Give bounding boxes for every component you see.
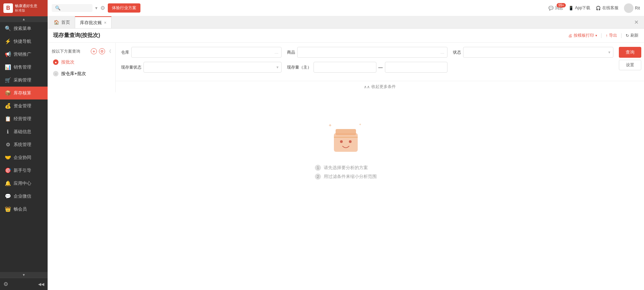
settings-scheme-icon[interactable]: ⚙ bbox=[99, 48, 105, 54]
qty-min-input[interactable] bbox=[313, 62, 376, 73]
experience-btn[interactable]: 体验行业方案 bbox=[108, 3, 140, 13]
phone-icon: 📱 bbox=[569, 6, 574, 11]
product-label: 商品 bbox=[287, 50, 295, 55]
sidebar-scroll-up[interactable]: ▲ bbox=[0, 16, 48, 22]
sidebar-item-member[interactable]: 👑 畅会员 bbox=[0, 203, 48, 216]
sidebar-item-wechat[interactable]: 💬 企业微信 bbox=[0, 190, 48, 203]
print-icon: 🖨 bbox=[568, 33, 572, 38]
scheme-title: 按以下方案查询 bbox=[52, 49, 80, 54]
add-scheme-icon[interactable]: + bbox=[91, 48, 97, 54]
inventory-status-select[interactable]: ▾ bbox=[143, 62, 282, 73]
sidebar-item-search[interactable]: 🔍 搜索菜单 bbox=[0, 22, 48, 35]
page-actions: 🖨 按模板打印 ▾ ↑ 导出 ↻ 刷新 bbox=[568, 33, 639, 38]
topbar-search-box[interactable]: 🔍 bbox=[52, 4, 92, 12]
topbar: 🔍 ▾ ⚙ 体验行业方案 💬 消息 99+ 📱 App下载 🎧 在线客服 bbox=[48, 0, 644, 16]
tab-close-main-icon[interactable]: ✕ bbox=[630, 19, 643, 25]
status-select[interactable]: ▾ bbox=[463, 47, 613, 58]
filter-status: 状态 ▾ bbox=[453, 47, 613, 58]
topbar-left: 🔍 ▾ ⚙ 体验行业方案 bbox=[52, 3, 546, 13]
tab-close-icon[interactable]: × bbox=[104, 20, 106, 25]
app-logo: B bbox=[3, 3, 13, 13]
query-btn[interactable]: 查询 bbox=[619, 47, 641, 58]
footer-toggle-icon[interactable]: ◀◀ bbox=[38, 282, 44, 287]
collapse-scheme-icon[interactable]: 《 bbox=[107, 49, 111, 54]
sidebar-item-guide[interactable]: 🎯 新手引导 bbox=[0, 164, 48, 177]
tab-home-label: 首页 bbox=[61, 19, 70, 25]
status-chevron-icon: ▾ bbox=[608, 50, 610, 55]
filter-product: 商品 … bbox=[287, 47, 447, 58]
headset-icon: 🎧 bbox=[596, 6, 601, 11]
export-btn[interactable]: ↑ 导出 bbox=[606, 33, 617, 38]
svg-rect-1 bbox=[336, 129, 356, 135]
sidebar-item-label: 库存核算 bbox=[14, 90, 31, 96]
footer-settings-icon[interactable]: ⚙ bbox=[3, 281, 8, 287]
clipboard-icon: 📋 bbox=[5, 116, 11, 122]
qty-max-input[interactable] bbox=[385, 62, 448, 73]
app-edition: 标准版 bbox=[15, 8, 37, 13]
sidebar-item-label: 畅会员 bbox=[14, 206, 27, 212]
filter-and-actions: 仓库 … 商品 … bbox=[116, 43, 644, 81]
sidebar-item-label: 新手引导 bbox=[14, 167, 31, 174]
sidebar-footer: ⚙ ◀◀ bbox=[0, 278, 48, 290]
scheme-item-warehouse-batch[interactable]: ○ 按仓库+批次 bbox=[48, 68, 115, 79]
main-area: 🔍 ▾ ⚙ 体验行业方案 💬 消息 99+ 📱 App下载 🎧 在线客服 bbox=[48, 0, 644, 290]
print-chevron-icon: ▾ bbox=[595, 34, 597, 37]
online-service-btn[interactable]: 🎧 在线客服 bbox=[596, 5, 618, 11]
app-download-btn[interactable]: 📱 App下载 bbox=[569, 5, 590, 11]
sidebar-item-sales[interactable]: 📊 销售管理 bbox=[0, 61, 48, 74]
topbar-chevron-icon[interactable]: ▾ bbox=[95, 5, 98, 11]
warehouse-input[interactable]: … bbox=[131, 47, 282, 58]
sidebar-item-label: 销售管理 bbox=[14, 64, 31, 70]
export-icon: ↑ bbox=[606, 33, 608, 38]
tab-inventory-batch[interactable]: 库存批次账 × bbox=[75, 16, 112, 28]
scheme-dot-active: ● bbox=[53, 59, 58, 65]
topbar-settings-icon[interactable]: ⚙ bbox=[100, 5, 105, 11]
sidebar-item-finance[interactable]: 💰 资金管理 bbox=[0, 99, 48, 112]
sidebar-item-label: 应用中心 bbox=[14, 180, 31, 186]
message-btn[interactable]: 💬 消息 99+ bbox=[548, 5, 563, 11]
filter-panel: 仓库 … 商品 … bbox=[116, 43, 619, 81]
user-avatar bbox=[624, 3, 633, 13]
sidebar-item-apps[interactable]: 🔔 应用中心 bbox=[0, 177, 48, 190]
inventory-status-label: 现存量状态 bbox=[121, 65, 141, 70]
collapse-btn[interactable]: ∧∧ 收起更多条件 bbox=[116, 81, 644, 92]
hint-text-2: 用过滤条件来缩小分析范围 bbox=[324, 174, 377, 180]
sidebar-item-system[interactable]: ⚙ 系统管理 bbox=[0, 138, 48, 151]
scheme-actions: + ⚙ 《 bbox=[91, 48, 111, 54]
status-label: 状态 bbox=[453, 50, 461, 55]
refresh-btn[interactable]: ↻ 刷新 bbox=[626, 33, 639, 38]
online-service-label: 在线客服 bbox=[602, 5, 618, 11]
scheme-header: 按以下方案查询 + ⚙ 《 bbox=[48, 46, 115, 56]
tabbar: 🏠 首页 库存批次账 × ✕ bbox=[48, 16, 644, 29]
refresh-icon: ↻ bbox=[626, 33, 629, 38]
user-avatar-btn[interactable]: Rit bbox=[624, 3, 640, 13]
refresh-label: 刷新 bbox=[630, 33, 639, 38]
sidebar-item-basic[interactable]: ℹ 基础信息 bbox=[0, 125, 48, 138]
scheme-panel: 按以下方案查询 + ⚙ 《 ● 按批次 ○ 按仓库+批次 bbox=[48, 43, 116, 92]
tab-home[interactable]: 🏠 首页 bbox=[49, 16, 75, 28]
target-icon: 🎯 bbox=[5, 167, 11, 174]
hint-num-1: 1 bbox=[315, 165, 321, 171]
sidebar-item-collab[interactable]: 🤝 企业协同 bbox=[0, 151, 48, 164]
topbar-search-icon: 🔍 bbox=[55, 5, 61, 11]
home-icon: 🏠 bbox=[54, 20, 59, 25]
cart-icon: 🛒 bbox=[5, 77, 11, 83]
sidebar-scroll-down[interactable]: ▼ bbox=[0, 272, 48, 278]
sidebar-item-purchase[interactable]: 🛒 采购管理 bbox=[0, 74, 48, 87]
export-label: 导出 bbox=[609, 33, 617, 38]
topbar-right: 💬 消息 99+ 📱 App下载 🎧 在线客服 Rit bbox=[548, 3, 640, 13]
inventory-status-chevron-icon: ▾ bbox=[276, 65, 278, 70]
settings-btn[interactable]: 设置 bbox=[619, 60, 641, 70]
chat-icon: 💬 bbox=[5, 193, 11, 199]
divider2 bbox=[621, 33, 622, 38]
collapse-label: 收起更多条件 bbox=[371, 84, 396, 90]
filter-area: 按以下方案查询 + ⚙ 《 ● 按批次 ○ 按仓库+批次 bbox=[48, 43, 644, 92]
sidebar-item-marketing[interactable]: 📢 营销推广 bbox=[0, 48, 48, 61]
product-input[interactable]: … bbox=[297, 47, 447, 58]
scheme-item-batch[interactable]: ● 按批次 bbox=[48, 56, 115, 68]
sidebar-item-shortcut[interactable]: ⚡ 快捷导航 bbox=[0, 35, 48, 48]
sidebar-item-inventory[interactable]: 📦 库存核算 bbox=[0, 87, 48, 99]
sidebar-item-operation[interactable]: 📋 经营管理 bbox=[0, 112, 48, 125]
filter-row-2: 现存量状态 ▾ 现存量（主） — bbox=[121, 62, 613, 73]
print-btn[interactable]: 🖨 按模板打印 ▾ bbox=[568, 33, 597, 38]
